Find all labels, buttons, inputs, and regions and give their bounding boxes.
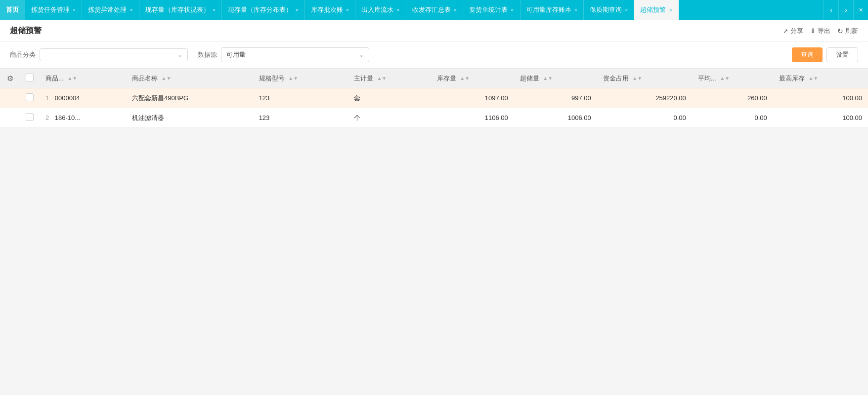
- nav-tab[interactable]: 拣货任务管理×: [25, 0, 82, 20]
- row-checkbox[interactable]: [26, 113, 34, 121]
- col-name-label: 商品名称: [132, 75, 158, 82]
- nav-tab[interactable]: 保质期查询×: [584, 0, 634, 20]
- row-checkbox-cell[interactable]: [20, 88, 40, 108]
- row-avg: 0.00: [692, 108, 773, 128]
- col-capital-header[interactable]: 资金占用 ▲▼: [597, 69, 692, 88]
- nav-close-arrow[interactable]: ×: [853, 0, 868, 20]
- datasource-select[interactable]: 可用量 ⌄: [221, 47, 369, 62]
- main-table: ⚙ 商品... ▲▼ 商品名称 ▲▼ 规格型号 ▲▼ 主计: [0, 69, 868, 128]
- col-capital-sort-icon: ▲▼: [632, 76, 642, 81]
- col-max-header[interactable]: 最高库存 ▲▼: [773, 69, 868, 88]
- nav-tab[interactable]: 要货单统计表×: [463, 0, 520, 20]
- row-code: 0000004: [55, 94, 80, 102]
- col-spec-header[interactable]: 规格型号 ▲▼: [253, 69, 348, 88]
- row-name: 机油滤清器: [126, 108, 253, 128]
- query-button[interactable]: 查询: [792, 47, 823, 62]
- col-settings-header[interactable]: ⚙: [0, 69, 20, 88]
- share-label: 分享: [790, 27, 803, 36]
- nav-tab-close-icon[interactable]: ×: [574, 7, 577, 13]
- row-checkbox-cell[interactable]: [20, 108, 40, 128]
- col-over-label: 超储量: [520, 75, 539, 82]
- row-over: 1006.00: [514, 108, 597, 128]
- category-filter-label: 商品分类: [10, 50, 36, 59]
- col-checkbox-header[interactable]: [20, 69, 40, 88]
- nav-tab-close-icon[interactable]: ×: [346, 7, 349, 13]
- refresh-button[interactable]: ↻ 刷新: [837, 27, 858, 36]
- col-stock-sort-icon: ▲▼: [460, 76, 470, 81]
- col-code-header[interactable]: 商品... ▲▼: [40, 69, 126, 88]
- col-name-header[interactable]: 商品名称 ▲▼: [126, 69, 253, 88]
- row-name: 六配套新昌490BPG: [126, 88, 253, 108]
- nav-tab[interactable]: 超储预警×: [634, 0, 678, 20]
- row-stock: 1106.00: [431, 108, 514, 128]
- datasource-select-value: 可用量: [226, 50, 246, 59]
- col-code-sort-icon: ▲▼: [67, 76, 77, 81]
- col-unit-label: 主计量: [354, 75, 373, 82]
- datasource-filter-group: 数据源 可用量 ⌄: [198, 47, 369, 62]
- nav-tab-close-icon[interactable]: ×: [454, 7, 457, 13]
- row-index: 2: [45, 114, 49, 121]
- row-avg: 260.00: [692, 88, 773, 108]
- nav-tab-close-icon[interactable]: ×: [396, 7, 399, 13]
- col-over-header[interactable]: 超储量 ▲▼: [514, 69, 597, 88]
- filter-actions: 查询 设置: [792, 47, 858, 62]
- row-checkbox[interactable]: [26, 93, 34, 101]
- category-select[interactable]: ⌄: [40, 48, 188, 61]
- col-avg-header[interactable]: 平均... ▲▼: [692, 69, 773, 88]
- category-filter-group: 商品分类 ⌄: [10, 48, 188, 61]
- nav-tab-close-icon[interactable]: ×: [669, 7, 672, 13]
- settings-button[interactable]: 设置: [826, 47, 858, 62]
- export-icon: ⇓: [810, 27, 816, 35]
- nav-tab-label: 现存量（库存状况表）: [145, 5, 210, 14]
- category-chevron-icon: ⌄: [177, 51, 182, 58]
- nav-tab[interactable]: 收发存汇总表×: [406, 0, 463, 20]
- nav-tab[interactable]: 现存量（库存分布表）×: [222, 0, 304, 20]
- nav-tab-close-icon[interactable]: ×: [213, 7, 216, 13]
- row-spec: 123: [253, 108, 348, 128]
- nav-tab-label: 要货单统计表: [469, 5, 508, 14]
- nav-tab[interactable]: 库存批次账×: [305, 0, 355, 20]
- export-button[interactable]: ⇓ 导出: [810, 27, 830, 36]
- nav-tab-close-icon[interactable]: ×: [73, 7, 76, 13]
- table-row: 1 0000004 六配套新昌490BPG 123 套 1097.00 997.…: [0, 88, 868, 108]
- nav-tab[interactable]: 出入库流水×: [355, 0, 406, 20]
- nav-next-arrow[interactable]: ›: [838, 0, 853, 20]
- row-spec: 123: [253, 88, 348, 108]
- nav-bar: 首页 拣货任务管理×拣货异常处理×现存量（库存状况表）×现存量（库存分布表）×库…: [0, 0, 868, 20]
- row-max: 100.00: [773, 88, 868, 108]
- col-stock-label: 库存量: [437, 75, 456, 82]
- page-header: 超储预警 ➚ 分享 ⇓ 导出 ↻ 刷新: [0, 20, 868, 41]
- col-spec-label: 规格型号: [259, 75, 285, 82]
- nav-tab-label: 超储预警: [640, 5, 666, 14]
- col-unit-sort-icon: ▲▼: [377, 76, 387, 81]
- datasource-chevron-icon: ⌄: [359, 51, 364, 58]
- col-capital-label: 资金占用: [603, 75, 629, 82]
- nav-tab-close-icon[interactable]: ×: [511, 7, 514, 13]
- nav-tab[interactable]: 拣货异常处理×: [82, 0, 139, 20]
- nav-tab[interactable]: 可用量库存账本×: [521, 0, 584, 20]
- nav-home[interactable]: 首页: [0, 0, 25, 20]
- header-checkbox[interactable]: [26, 74, 34, 81]
- table-header-row: ⚙ 商品... ▲▼ 商品名称 ▲▼ 规格型号 ▲▼ 主计: [0, 69, 868, 88]
- settings-gear-icon[interactable]: ⚙: [7, 74, 13, 82]
- nav-tab-label: 现存量（库存分布表）: [228, 5, 292, 14]
- row-unit: 个: [348, 108, 431, 128]
- col-over-sort-icon: ▲▼: [543, 76, 553, 81]
- nav-tab-close-icon[interactable]: ×: [625, 7, 628, 13]
- share-button[interactable]: ➚ 分享: [783, 27, 803, 36]
- nav-tab-label: 拣货异常处理: [88, 5, 127, 14]
- col-stock-header[interactable]: 库存量 ▲▼: [431, 69, 514, 88]
- nav-tab-close-icon[interactable]: ×: [295, 7, 298, 13]
- col-max-label: 最高库存: [779, 75, 805, 82]
- share-icon: ➚: [783, 27, 788, 35]
- col-spec-sort-icon: ▲▼: [288, 76, 298, 81]
- export-label: 导出: [818, 27, 830, 36]
- nav-tab-close-icon[interactable]: ×: [130, 7, 132, 13]
- row-unit: 套: [348, 88, 431, 108]
- nav-tab[interactable]: 现存量（库存状况表）×: [139, 0, 222, 20]
- col-unit-header[interactable]: 主计量 ▲▼: [348, 69, 431, 88]
- nav-tab-label: 拣货任务管理: [31, 5, 70, 14]
- nav-prev-arrow[interactable]: ‹: [824, 0, 838, 20]
- row-max: 100.00: [773, 108, 868, 128]
- col-avg-label: 平均...: [698, 75, 716, 82]
